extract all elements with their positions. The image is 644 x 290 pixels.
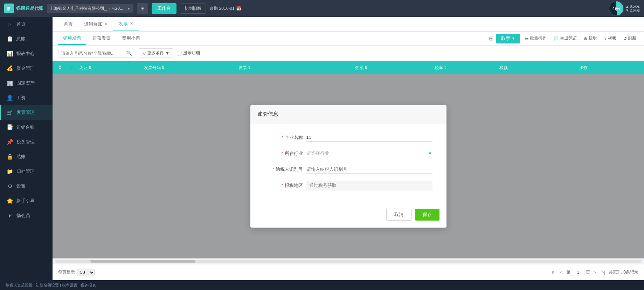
th-amount[interactable]: 金额 ⇅ [352,65,432,71]
sidebar-item-label: 进销台账 [16,124,35,130]
scroll-thumb[interactable] [90,260,195,263]
sidebar-item-close[interactable]: 🔒 结账 [0,149,53,164]
per-page-select[interactable]: 50 100 200 [77,269,95,276]
sidebar-item-home[interactable]: ⌂ 首页 [0,17,53,32]
per-page-selector[interactable]: 每页显示 50 100 200 [58,269,95,276]
batch-icon: ☰ [525,36,529,41]
company-name-row: * 企业名称 [264,133,432,142]
scroll-track[interactable] [55,260,641,263]
sidebar-item-ledger[interactable]: 📋 总账 [0,32,53,46]
percent-circle: 49% [609,1,624,16]
industry-select[interactable]: 请选择行业 ▼ [306,149,432,158]
batch-operation-button[interactable]: ☰ 批量操作 [523,34,549,43]
save-button[interactable]: 保存 [415,209,439,221]
bottom-bar: 每页显示 50 100 200 K < 第 页 > >| 共0页，0条记录 [53,264,644,280]
tab-purchase-sale[interactable]: 进销台账 ✕ [78,18,113,31]
settings-icon: ⚙ [7,183,13,189]
sub-tab-bar: 销项发票 进项发票 费用小票 ⊞ 取票 ▼ ☰ 批量 [53,32,644,46]
th-type[interactable]: 发票 ⇅ [236,65,352,71]
search-input-container[interactable]: 🔍 [58,49,135,58]
last-page-button[interactable]: >| [600,269,607,276]
tab-invoice[interactable]: 发票 ✕ [113,17,139,31]
sidebar-item-label: 设置 [16,183,26,189]
show-detail-checkbox-area[interactable]: 显示明细 [177,50,200,56]
horizontal-scrollbar[interactable] [53,258,644,264]
th-invoice-no[interactable]: 发票号码 ⇅ [141,65,236,71]
prev-page-button[interactable]: < [558,269,565,276]
filter-icon: ▽ [143,51,146,56]
archive-icon: 📁 [7,168,13,175]
company-selector[interactable]: 上海卯金刀电子科技有限公司_（台201... ▼ [47,4,133,13]
tax-region-label: * 报税地区 [264,182,306,189]
tab-close-purchase-sale[interactable]: ✕ [104,22,108,26]
more-conditions-arrow-icon: ▼ [165,51,169,56]
table-header: ⚙ ☐ 凭证 ⇅ 发票号码 ⇅ 发票 ⇅ 金额 ⇅ [53,61,644,74]
grid-view-icon[interactable]: ⊞ [489,35,493,42]
first-page-button[interactable]: K [549,269,556,276]
refresh-button[interactable]: ↺ 刷新 [621,34,638,43]
period-label: 账期 2016-01 📅 [209,6,241,12]
logo-icon: 📊 [4,4,14,13]
show-detail-checkbox[interactable] [177,51,181,55]
tax-id-input[interactable] [306,165,432,174]
gen-voucher-button[interactable]: 📄 生成凭证 [552,34,579,43]
top-copy-icon[interactable]: ⊞ [137,3,148,14]
purchase-sale-icon: 📑 [7,124,13,130]
page-input[interactable] [572,269,584,276]
sidebar-item-tax[interactable]: 📌 税务管理 [0,135,53,149]
company-name-label: * 企业名称 [264,134,306,141]
sidebar-item-label: 结账 [16,154,26,160]
sidebar-item-label: 报表中心 [16,50,35,57]
sub-tab-sales-invoice[interactable]: 销项发票 [58,32,86,45]
sub-tab-expense-receipt[interactable]: 费用小票 [117,32,145,45]
sidebar-item-archive[interactable]: 📁 归档管理 [0,164,53,179]
sidebar-item-member[interactable]: V 畅会员 [0,208,53,223]
search-icon[interactable]: 🔍 [126,50,132,56]
tab-home[interactable]: 首页 [58,18,78,31]
show-detail-label: 显示明细 [183,50,200,56]
calendar-icon[interactable]: 📅 [236,6,241,11]
video-button[interactable]: ▷ 视频 [602,34,618,43]
sidebar-item-settings[interactable]: ⚙ 设置 [0,179,53,194]
sidebar-item-salary[interactable]: 👤 工资 [0,90,53,105]
tax-region-input [306,181,432,190]
th-tax[interactable]: 税额 [497,65,576,71]
company-name-input[interactable] [306,133,432,142]
more-conditions-button[interactable]: ▽ 更多条件 ▼ [139,48,173,58]
close-account-icon: 🔒 [7,154,13,160]
sidebar-item-label: 畅会员 [16,213,30,219]
download-speed: ▼ 2.6K/s [625,8,640,12]
industry-row: * 所在行业 请选择行业 ▼ [264,149,432,158]
modal-body: * 企业名称 * 所在行业 [250,123,446,204]
th-voucher[interactable]: 凭证 ⇅ [76,65,141,71]
search-input[interactable] [61,51,124,56]
page-suffix: 页 [586,269,590,275]
next-page-button[interactable]: > [591,269,598,276]
take-ticket-button[interactable]: 取票 ▼ [496,34,520,43]
sort-tax-rate-icon: ⇅ [444,66,447,69]
th-check[interactable]: ☐ [66,65,76,70]
th-gear[interactable]: ⚙ [55,65,66,70]
sidebar-item-invoice[interactable]: 🛒 发票管理 [0,105,53,120]
sidebar-item-assets[interactable]: 🏢 固定资产 [0,76,53,90]
tab-close-invoice[interactable]: ✕ [130,21,133,26]
tax-region-row: * 报税地区 [264,181,432,190]
add-invoice-button[interactable]: ⊕ 新增 [582,34,599,43]
account-info-modal: 账套信息 * 企业名称 [250,105,446,228]
sidebar-item-label: 固定资产 [16,80,35,86]
sidebar-item-guide[interactable]: 🌟 新手引导 [0,194,53,208]
th-tax-rate[interactable]: 税率 ⇅ [432,65,497,71]
workbench-button[interactable]: 工作台 [152,3,176,14]
finance-icon: 💰 [7,65,13,72]
sort-type-icon: ⇅ [248,66,251,69]
sub-tab-purchase-invoice[interactable]: 进项发票 [88,32,116,45]
sidebar-item-purchase-sale[interactable]: 📑 进销台账 [0,120,53,135]
sidebar-item-label: 归档管理 [16,168,35,175]
sidebar-item-finance[interactable]: 💰 资金管理 [0,61,53,76]
sidebar-item-reports[interactable]: 📊 报表中心 [0,46,53,61]
switch-version-button[interactable]: 切到旧版 [180,4,206,14]
modal-footer: 取消 保存 [250,204,446,228]
tax-id-label: * 纳税人识别号 [264,166,306,173]
add-icon: ⊕ [584,36,587,41]
cancel-button[interactable]: 取消 [386,209,411,221]
